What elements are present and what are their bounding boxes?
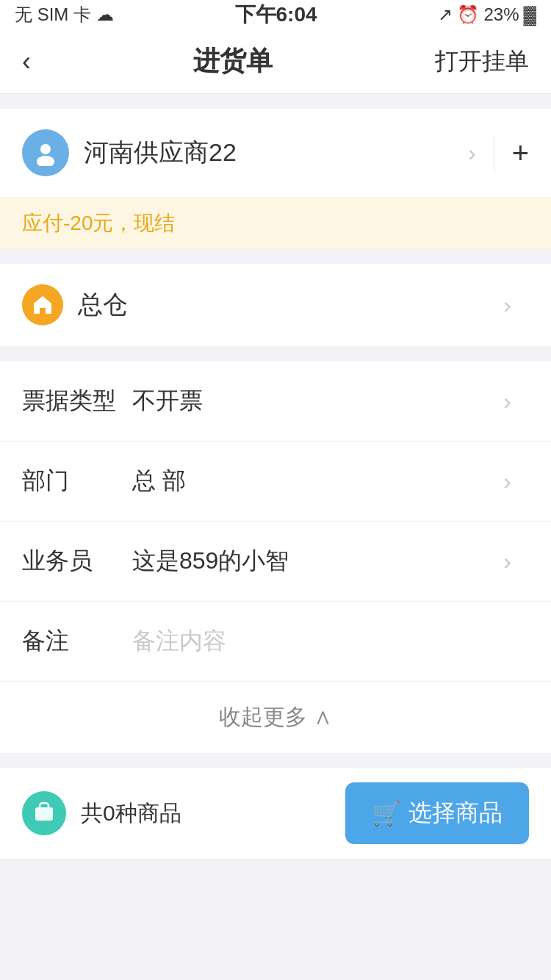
alarm-icon: ⏰ — [457, 4, 479, 25]
supplier-row[interactable]: 河南供应商22 › + — [0, 109, 551, 198]
gap2 — [0, 249, 551, 264]
product-count: 共0种商品 — [81, 799, 331, 829]
battery-text: 23% — [483, 4, 519, 25]
gap4 — [0, 753, 551, 768]
supplier-chevron-icon: › — [468, 140, 476, 167]
svg-point-0 — [40, 144, 51, 154]
warehouse-name: 总仓 — [78, 288, 503, 322]
remark-label: 备注 — [22, 625, 118, 657]
salesperson-value: 这是859的小智 — [118, 545, 503, 577]
invoice-type-row[interactable]: 票据类型 不开票 › — [0, 361, 551, 442]
salesperson-row[interactable]: 业务员 这是859的小智 › — [0, 522, 551, 602]
battery-icon: ▓ — [523, 4, 536, 25]
invoice-type-label: 票据类型 — [22, 385, 118, 417]
warehouse-icon — [22, 284, 63, 325]
page-title: 进货单 — [193, 43, 273, 79]
salesperson-label: 业务员 — [22, 545, 118, 577]
status-left: 无 SIM 卡 ☁ — [15, 3, 114, 26]
location-icon: ↗ — [438, 4, 453, 25]
select-product-button[interactable]: 🛒 选择商品 — [345, 782, 529, 844]
form-section: 票据类型 不开票 › 部门 总 部 › 业务员 这是859的小智 › 备注 备注… — [0, 361, 551, 681]
signal-text: 无 SIM 卡 ☁ — [15, 3, 114, 26]
supplier-avatar — [22, 129, 69, 176]
invoice-type-value: 不开票 — [118, 385, 503, 417]
warehouse-section: 总仓 › — [0, 264, 551, 347]
divider — [494, 134, 494, 171]
remark-row[interactable]: 备注 备注内容 — [0, 602, 551, 681]
remark-input[interactable]: 备注内容 — [118, 625, 529, 657]
supplier-name: 河南供应商22 — [84, 136, 468, 170]
gap1 — [0, 94, 551, 109]
footer-bar: 共0种商品 🛒 选择商品 — [0, 768, 551, 859]
status-time: 下午6:04 — [235, 1, 317, 29]
collapse-bar[interactable]: 收起更多 ∧ — [0, 681, 551, 753]
back-button[interactable]: ‹ — [22, 46, 31, 77]
warehouse-row[interactable]: 总仓 › — [0, 264, 551, 347]
svg-rect-2 — [35, 807, 53, 821]
invoice-type-chevron-icon: › — [503, 388, 511, 415]
status-bar: 无 SIM 卡 ☁ 下午6:04 ↗ ⏰ 23% ▓ — [0, 0, 551, 29]
add-supplier-button[interactable]: + — [512, 138, 529, 167]
department-value: 总 部 — [118, 465, 503, 497]
department-chevron-icon: › — [503, 468, 511, 495]
product-icon — [22, 791, 66, 835]
supplier-section: 河南供应商22 › + 应付-20元，现结 — [0, 109, 551, 249]
notice-bar: 应付-20元，现结 — [0, 198, 551, 249]
nav-bar: ‹ 进货单 打开挂单 — [0, 29, 551, 94]
svg-point-1 — [37, 156, 54, 166]
select-icon: 🛒 — [372, 799, 401, 827]
gap3 — [0, 347, 551, 361]
department-label: 部门 — [22, 465, 118, 497]
salesperson-chevron-icon: › — [503, 548, 511, 575]
house-icon — [31, 293, 54, 317]
department-row[interactable]: 部门 总 部 › — [0, 442, 551, 522]
person-icon — [32, 140, 59, 166]
warehouse-chevron-icon: › — [503, 292, 511, 319]
open-pending-button[interactable]: 打开挂单 — [435, 46, 529, 78]
cart-icon — [31, 800, 57, 826]
status-right: ↗ ⏰ 23% ▓ — [438, 4, 536, 25]
select-product-label: 选择商品 — [408, 797, 503, 829]
